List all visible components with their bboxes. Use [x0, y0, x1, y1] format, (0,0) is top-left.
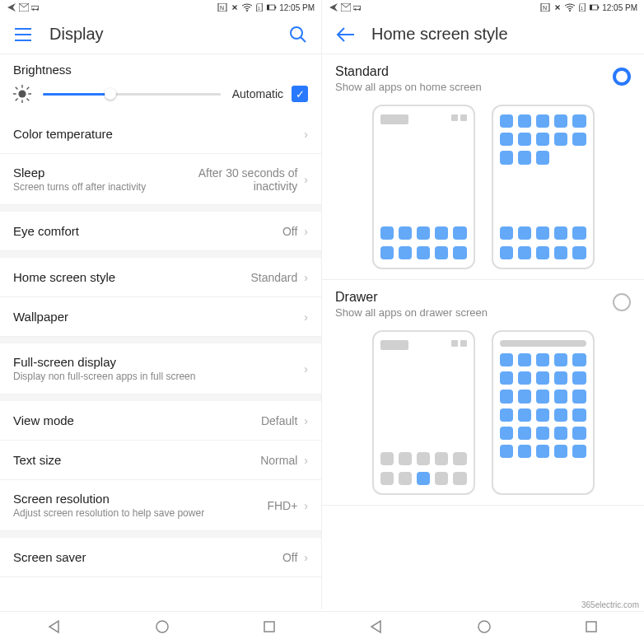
text-size-row[interactable]: Text size Normal › [0, 441, 321, 480]
screen-saver-row[interactable]: Screen saver Off › [0, 538, 321, 577]
automatic-checkbox[interactable]: ✓ [292, 86, 308, 102]
mail-icon [341, 3, 351, 12]
svg-point-2 [32, 8, 35, 11]
slider-thumb[interactable] [105, 88, 116, 100]
square-recent-icon [585, 620, 598, 633]
airplane-icon [329, 3, 338, 12]
nav-home-button[interactable] [155, 619, 170, 637]
search-button[interactable] [287, 23, 310, 46]
brightness-icon [13, 85, 31, 103]
svg-point-6 [246, 10, 248, 12]
svg-point-16 [358, 8, 361, 11]
svg-rect-9 [267, 5, 269, 10]
circle-home-icon [477, 619, 492, 634]
search-icon [289, 26, 307, 44]
svg-point-12 [18, 90, 26, 97]
wifi-icon [242, 3, 252, 12]
chevron-right-icon: › [304, 271, 308, 284]
page-title: Home screen style [371, 25, 632, 44]
home-screen-style-row[interactable]: Home screen style Standard › [0, 258, 321, 297]
svg-text:1: 1 [581, 6, 584, 11]
nav-back-button[interactable] [47, 619, 62, 637]
nav-recent-button[interactable] [263, 620, 276, 637]
brightness-label: Brightness [13, 63, 308, 77]
standard-radio[interactable] [613, 68, 631, 86]
status-bar: N 1 12:05 PM [322, 0, 644, 15]
status-bar: N 1 12:05 PM [0, 0, 321, 15]
airplane-icon [7, 3, 16, 12]
svg-point-26 [478, 621, 490, 632]
square-recent-icon [263, 620, 276, 633]
header: Display [0, 15, 321, 54]
chevron-right-icon: › [304, 173, 308, 186]
standard-preview [335, 105, 631, 269]
chevron-right-icon: › [304, 310, 308, 324]
drawer-option[interactable]: Drawer Show all apps on drawer screen [322, 280, 644, 506]
svg-text:N: N [220, 5, 224, 11]
status-time: 12:05 PM [279, 3, 315, 12]
mute-icon [553, 3, 562, 12]
drawer-radio[interactable] [613, 293, 631, 311]
nav-back-button[interactable] [369, 619, 384, 637]
chevron-right-icon: › [304, 128, 308, 141]
chevron-right-icon: › [304, 225, 308, 238]
wifi-icon [565, 3, 575, 12]
svg-text:1: 1 [259, 6, 261, 11]
nfc-icon: N [540, 3, 550, 12]
vehicle-icon [353, 3, 363, 12]
navigation-bar [0, 611, 644, 644]
color-temperature-row[interactable]: Color temperature › [0, 114, 321, 154]
hamburger-icon [15, 28, 31, 41]
mail-icon [19, 3, 29, 12]
vehicle-icon [31, 3, 41, 12]
chevron-right-icon: › [304, 362, 308, 376]
eye-comfort-row[interactable]: Eye comfort Off › [0, 212, 321, 251]
chevron-right-icon: › [304, 414, 308, 427]
sim-icon: 1 [254, 3, 264, 12]
standard-option[interactable]: Standard Show all apps on home screen [322, 54, 644, 280]
svg-point-15 [354, 8, 357, 11]
options-content[interactable]: Standard Show all apps on home screen [322, 54, 644, 609]
svg-rect-25 [264, 622, 274, 632]
svg-rect-10 [275, 7, 277, 9]
chevron-right-icon: › [304, 454, 308, 467]
fullscreen-row[interactable]: Full-screen display Display non full-scr… [0, 343, 321, 394]
nfc-icon: N [217, 3, 227, 12]
brightness-row: Brightness Automatic ✓ [0, 54, 321, 114]
battery-icon [590, 3, 600, 12]
svg-point-24 [156, 621, 168, 632]
svg-text:N: N [543, 5, 547, 11]
drawer-preview [335, 330, 631, 495]
home-screen-style-screen: N 1 12:05 PM Home screen style Standard … [322, 0, 644, 609]
watermark: 365electric.com [581, 600, 639, 609]
back-button[interactable] [334, 23, 357, 46]
nav-home-button[interactable] [477, 619, 492, 637]
svg-point-19 [569, 10, 571, 12]
view-mode-row[interactable]: View mode Default › [0, 401, 321, 441]
triangle-back-icon [47, 619, 62, 634]
wallpaper-row[interactable]: Wallpaper › [0, 297, 321, 337]
header: Home screen style [322, 15, 644, 54]
nav-recent-button[interactable] [585, 620, 598, 637]
settings-content[interactable]: Brightness Automatic ✓ Color temperature… [0, 54, 321, 609]
svg-rect-22 [590, 5, 592, 10]
chevron-right-icon: › [304, 499, 308, 512]
svg-rect-27 [586, 622, 596, 632]
menu-button[interactable] [12, 23, 35, 46]
chevron-right-icon: › [304, 551, 308, 564]
brightness-slider[interactable] [43, 93, 221, 96]
sleep-row[interactable]: Sleep Screen turns off after inactivity … [0, 154, 321, 205]
automatic-label: Automatic [232, 87, 283, 100]
svg-point-3 [36, 8, 39, 11]
sim-icon: 1 [577, 3, 587, 12]
svg-point-11 [291, 27, 302, 39]
circle-home-icon [155, 619, 170, 634]
display-settings-screen: N 1 12:05 PM Display Brightness [0, 0, 322, 609]
screen-resolution-row[interactable]: Screen resolution Adjust screen resoluti… [0, 480, 321, 531]
triangle-back-icon [369, 619, 384, 634]
mute-icon [230, 3, 240, 12]
svg-rect-23 [598, 7, 600, 9]
back-arrow-icon [336, 26, 354, 43]
status-time: 12:05 PM [602, 3, 637, 12]
page-title: Display [49, 25, 287, 44]
